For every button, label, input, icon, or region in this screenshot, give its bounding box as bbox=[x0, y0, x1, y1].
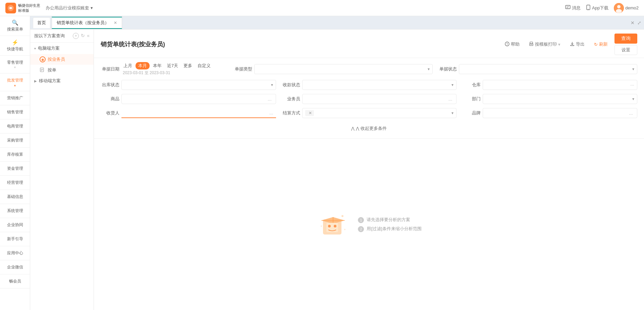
top-left: 畅捷信好生意 标准版 办公用品行业模拟账套 ▾ bbox=[5, 3, 96, 13]
out-status-input[interactable]: ▾ bbox=[121, 80, 276, 90]
date-tab-lastmonth[interactable]: 上月 bbox=[121, 62, 134, 69]
sidebar-item-marketing[interactable]: 营销推广 bbox=[0, 91, 30, 105]
left-panel: 按以下方案查询 + ↻ « ▾ 电脑端方案 ◉ 按业务员 bbox=[30, 30, 94, 310]
empty-state: 1 请先选择要分析的方案 2 用[过滤]条件来缩小分析范围 bbox=[94, 139, 644, 310]
settings-button[interactable]: 设置 bbox=[614, 45, 637, 55]
query-settings-group: 查询 设置 bbox=[614, 34, 637, 55]
tab-sales-stat[interactable]: 销货单统计表（按业务员） ✕ bbox=[52, 17, 122, 29]
left-panel-icons: + ↻ « bbox=[73, 33, 90, 39]
collapse-panel-icon[interactable]: « bbox=[87, 33, 90, 39]
goods-dots[interactable]: ... bbox=[266, 96, 273, 102]
user-area[interactable]: demo2 bbox=[614, 3, 639, 13]
add-scheme-icon[interactable]: + bbox=[73, 33, 79, 39]
svg-point-6 bbox=[616, 9, 622, 13]
left-panel-header: 按以下方案查询 + ↻ « bbox=[30, 30, 94, 43]
empty-tip-1: 1 请先选择要分析的方案 bbox=[358, 217, 421, 223]
warehouse-input[interactable]: ··· bbox=[483, 80, 637, 90]
sidebar-item-member[interactable]: 畅会员 bbox=[0, 274, 30, 289]
sidebar-item-finance[interactable]: 资金管理 bbox=[0, 162, 30, 176]
bill-type-chevron: ▾ bbox=[428, 67, 430, 71]
tab-expand-icon[interactable]: ⤢ bbox=[637, 20, 641, 25]
sidebar-item-wholesale[interactable]: 批发管理 ▴ bbox=[0, 73, 30, 91]
left-panel-title: 按以下方案查询 bbox=[34, 33, 65, 39]
brand-dots[interactable]: ... bbox=[628, 110, 634, 116]
active-scheme-icon: ◉ bbox=[40, 56, 46, 62]
date-tab-7days[interactable]: 近7天 bbox=[165, 62, 180, 69]
sidebar-item-sales[interactable]: 销售管理 bbox=[0, 105, 30, 119]
tip-num-2: 2 bbox=[358, 226, 364, 232]
sidebar-item-basic[interactable]: 基础信息 bbox=[0, 190, 30, 204]
sidebar-item-ecommerce[interactable]: 电商管理 bbox=[0, 119, 30, 134]
dept-input[interactable]: ▾ bbox=[483, 94, 637, 104]
filter-row-2: 出库状态 ▾ 收款状态 ▾ bbox=[101, 80, 637, 90]
date-tabs: 上月 本月 本年 近7天 更多 自定义 bbox=[121, 62, 213, 69]
payment-input[interactable]: ✕ ▾ bbox=[302, 108, 457, 118]
date-tab-more[interactable]: 更多 bbox=[181, 62, 194, 69]
logo-area: 畅捷信好生意 标准版 bbox=[5, 3, 40, 13]
sidebar-item-quicknav[interactable]: ⚡ 快捷导航 bbox=[0, 36, 30, 56]
sidebar-item-purchase[interactable]: 采购管理 bbox=[0, 134, 30, 148]
sidebar-item-operation[interactable]: 经营管理 bbox=[0, 176, 30, 190]
scheme-by-staff[interactable]: ◉ 按业务员 bbox=[30, 54, 94, 65]
app-download-btn[interactable]: App下载 bbox=[586, 5, 608, 11]
out-status-cell: 出库状态 ▾ bbox=[101, 80, 276, 90]
staff-dots[interactable]: ... bbox=[447, 96, 454, 102]
dept-chevron: ▾ bbox=[632, 97, 634, 101]
message-btn[interactable]: 消息 bbox=[565, 5, 581, 11]
print-icon bbox=[529, 42, 534, 47]
export-btn[interactable]: 导出 bbox=[567, 40, 587, 49]
main-layout: 🔍 搜索菜单 ⚡ 快捷导航 零售管理 ▾ 批发管理 ▴ 营销推广 销售管理 电商… bbox=[0, 16, 644, 310]
page-actions: ? 帮助 bbox=[502, 34, 637, 55]
query-button[interactable]: 查询 bbox=[614, 34, 637, 44]
sidebar-item-retail[interactable]: 零售管理 ▾ bbox=[0, 56, 30, 73]
collection-status-input[interactable]: ▾ bbox=[302, 80, 457, 90]
help-btn[interactable]: ? 帮助 bbox=[502, 40, 522, 49]
sidebar-item-system[interactable]: 系统管理 bbox=[0, 204, 30, 218]
payment-cell: 结算方式 ✕ ▾ bbox=[281, 108, 457, 118]
scheme-by-bill[interactable]: 按单 bbox=[30, 65, 94, 75]
svg-point-20 bbox=[328, 225, 331, 227]
mobile-scheme-group[interactable]: ▶ 移动端方案 bbox=[30, 75, 94, 86]
bill-type-input[interactable]: ▾ bbox=[254, 64, 433, 74]
sidebar-item-enterprise[interactable]: 企业协同 bbox=[0, 218, 30, 232]
desktop-scheme-group[interactable]: ▾ 电脑端方案 bbox=[30, 43, 94, 54]
refresh-scheme-icon[interactable]: ↻ bbox=[81, 33, 85, 39]
receiver-label: 收货人 bbox=[101, 110, 119, 116]
app-selector[interactable]: 办公用品行业模拟账套 ▾ bbox=[43, 4, 96, 12]
refresh-btn[interactable]: ↻ 刷新 bbox=[591, 40, 610, 49]
sidebar-item-appcenter[interactable]: 应用中心 bbox=[0, 246, 30, 260]
goods-input[interactable]: ... bbox=[121, 94, 276, 104]
collection-status-chevron: ▾ bbox=[451, 83, 453, 87]
staff-input[interactable]: ... bbox=[302, 94, 457, 104]
receiver-dots[interactable]: ... bbox=[268, 110, 275, 115]
by-bill-label: 按单 bbox=[48, 67, 56, 73]
sidebar-item-wechat[interactable]: 企业微信 bbox=[0, 260, 30, 274]
collapse-btn[interactable]: ⋀ ⋀ 收起更多条件 bbox=[348, 123, 389, 134]
date-tab-custom[interactable]: 自定义 bbox=[196, 62, 213, 69]
sidebar-item-guide[interactable]: 新手引导 bbox=[0, 232, 30, 246]
bill-type-cell: 单据类型 ▾ bbox=[233, 64, 433, 74]
top-right: 消息 App下载 demo2 bbox=[565, 3, 639, 13]
filter-row-4: 收货人 ... 结算方式 ✕ bbox=[101, 108, 637, 118]
payment-chevron: ▾ bbox=[451, 111, 453, 115]
payment-clear-icon[interactable]: ✕ bbox=[309, 111, 312, 115]
content-area: 首页 销货单统计表（按业务员） ✕ ✕ ⤢ 按以下方案查询 + ↻ « bbox=[30, 16, 644, 310]
bill-status-input[interactable]: ▾ bbox=[459, 64, 637, 74]
bill-status-label: 单据状态 bbox=[438, 66, 457, 72]
sidebar-item-search[interactable]: 🔍 搜索菜单 bbox=[0, 16, 30, 36]
date-tab-thisyear[interactable]: 本年 bbox=[151, 62, 164, 69]
date-tab-thismonth[interactable]: 本月 bbox=[136, 62, 150, 69]
dept-label: 部门 bbox=[462, 96, 481, 102]
receiver-input[interactable]: ... bbox=[121, 108, 276, 118]
tab-controls: ✕ ⤢ bbox=[631, 20, 641, 25]
brand-input[interactable]: ... bbox=[483, 108, 637, 118]
tab-home[interactable]: 首页 bbox=[33, 17, 50, 28]
tab-close-icon[interactable]: ✕ bbox=[114, 20, 117, 25]
svg-rect-13 bbox=[530, 42, 533, 44]
by-staff-label: 按业务员 bbox=[48, 56, 65, 62]
sidebar-item-inventory[interactable]: 库存核算 bbox=[0, 148, 30, 162]
out-status-chevron: ▾ bbox=[271, 83, 273, 87]
tab-close-all-icon[interactable]: ✕ bbox=[631, 20, 635, 25]
template-print-btn[interactable]: 按模板打印 ▾ bbox=[526, 40, 563, 49]
svg-point-24 bbox=[344, 229, 345, 230]
